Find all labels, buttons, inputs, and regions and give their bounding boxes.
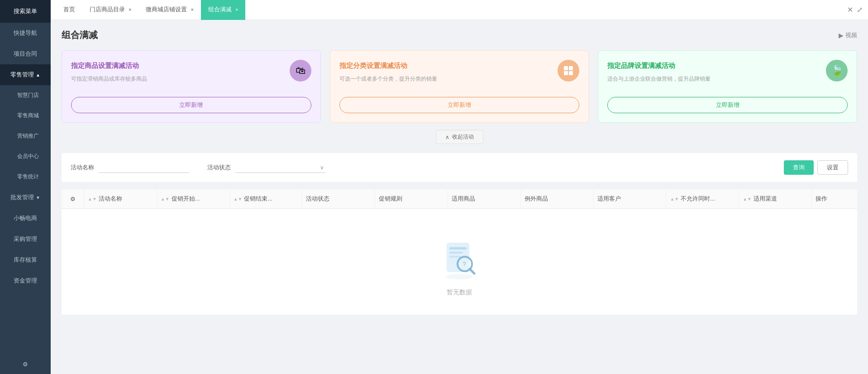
th-operation: 操作 xyxy=(812,189,857,208)
sidebar-item-member-center[interactable]: 会员中心 xyxy=(0,146,51,167)
th-operation-label: 操作 xyxy=(816,195,827,203)
activity-name-field: 活动名称 xyxy=(71,162,189,173)
card-goods-title: 指定商品设置满减活动 xyxy=(71,62,311,70)
card-brand-add-btn[interactable]: 立即新增 xyxy=(607,97,848,113)
sidebar-item-label: 采购管理 xyxy=(14,235,37,242)
sidebar-item-label: 资金管理 xyxy=(14,277,37,284)
tab-store-catalog-close[interactable]: × xyxy=(129,7,131,12)
chevron-up-icon: ∧ xyxy=(445,134,449,140)
chevron-down-icon: ▼ xyxy=(36,195,40,200)
th-exception-goods: 例外商品 xyxy=(521,189,594,208)
th-promo-rule-label: 促销规则 xyxy=(379,195,402,203)
svg-rect-7 xyxy=(449,252,463,254)
sidebar-item-label: 零售管理 xyxy=(10,71,34,79)
search-label: 搜索菜单 xyxy=(14,8,37,14)
card-goods-add-btn[interactable]: 立即新增 xyxy=(71,97,311,113)
card-goods-icon: 🛍 xyxy=(290,60,311,82)
sidebar: 搜索菜单 快捷导航 项目合同 零售管理 ▲ 智慧门店 零售商城 营销推广 会员中… xyxy=(0,0,51,374)
th-applicable-goods: 适用商品 xyxy=(448,189,521,208)
svg-text:?: ? xyxy=(463,260,466,268)
card-category-add-btn[interactable]: 立即新增 xyxy=(339,97,580,113)
card-category-title: 指定分类设置满减活动 xyxy=(339,62,580,70)
svg-rect-1 xyxy=(569,66,573,70)
sidebar-item-retail-management[interactable]: 零售管理 ▲ xyxy=(0,64,51,85)
th-activity-name-label: 活动名称 xyxy=(99,195,122,203)
th-activity-status: 活动状态 xyxy=(302,189,375,208)
sidebar-item-purchase-management[interactable]: 采购管理 xyxy=(0,229,51,249)
close-window-icon[interactable]: ✕ xyxy=(847,5,853,14)
table-header: ⚙ ▲▼ 活动名称 ▲▼ 促销开始... ▲▼ 促销结束... 活动状态 xyxy=(62,189,857,209)
sidebar-item-label: 快捷导航 xyxy=(14,29,37,36)
sidebar-search[interactable]: 搜索菜单 xyxy=(0,0,51,23)
tab-combo-discount-close[interactable]: × xyxy=(235,7,238,12)
tab-store-catalog[interactable]: 门店商品目录 × xyxy=(82,0,138,20)
query-button[interactable]: 查询 xyxy=(784,160,814,175)
settings-button[interactable]: 设置 xyxy=(817,160,848,175)
sidebar-item-project-contract[interactable]: 项目合同 xyxy=(0,43,51,64)
th-applicable-channel-label: 适用渠道 xyxy=(754,195,777,203)
th-applicable-customer: 适用客户 xyxy=(594,189,667,208)
activity-status-select-wrapper: 进行中 未开始 已结束 ∨ xyxy=(235,162,326,173)
tab-store-catalog-label: 门店商品目录 xyxy=(90,5,125,14)
th-applicable-goods-label: 适用商品 xyxy=(452,195,475,203)
collapse-label: 收起活动 xyxy=(452,133,474,141)
svg-point-4 xyxy=(446,274,473,279)
sidebar-item-wholesale-management[interactable]: 批发管理 ▼ xyxy=(0,187,51,208)
tab-wechat-store-settings[interactable]: 微商城店铺设置 × xyxy=(138,0,200,20)
leaf-icon: 🍃 xyxy=(831,65,843,77)
sidebar-item-label: 库存核算 xyxy=(14,256,37,263)
activity-status-label: 活动状态 xyxy=(207,163,231,172)
svg-rect-3 xyxy=(569,71,573,75)
th-settings[interactable]: ⚙ xyxy=(62,189,84,208)
sidebar-item-retail-mall[interactable]: 零售商城 xyxy=(0,105,51,126)
activity-status-select[interactable]: 进行中 未开始 已结束 xyxy=(235,162,326,173)
sidebar-item-inventory[interactable]: 库存核算 xyxy=(0,249,51,270)
th-promo-end[interactable]: ▲▼ 促销结束... xyxy=(230,189,303,208)
sort-icon: ▲▼ xyxy=(743,197,752,201)
tab-bar-actions: ✕ ⤢ xyxy=(847,5,863,14)
th-no-concurrent[interactable]: ▲▼ 不允许同时... xyxy=(666,189,739,208)
sidebar-item-marketing[interactable]: 营销推广 xyxy=(0,126,51,146)
th-no-concurrent-label: 不允许同时... xyxy=(681,195,715,203)
sidebar-item-label: 小畅电商 xyxy=(14,215,37,221)
sidebar-item-label: 项目合同 xyxy=(14,50,37,57)
sidebar-item-funds-management[interactable]: 资金管理 xyxy=(0,270,51,291)
card-category-desc: 可选一个或者多个分类，提升分类的销量 xyxy=(339,75,580,90)
resize-window-icon[interactable]: ⤢ xyxy=(857,5,863,14)
th-applicable-channel[interactable]: ▲▼ 适用渠道 xyxy=(739,189,812,208)
tab-home[interactable]: 首页 xyxy=(56,0,82,20)
svg-line-11 xyxy=(470,269,474,273)
th-activity-name[interactable]: ▲▼ 活动名称 xyxy=(84,189,157,208)
empty-text: 暂无数据 xyxy=(447,288,472,297)
sidebar-item-label: 会员中心 xyxy=(17,153,39,159)
card-brand-icon: 🍃 xyxy=(826,60,848,82)
card-brand-title: 指定品牌设置满减活动 xyxy=(607,62,848,70)
sidebar-item-retail-stats[interactable]: 零售统计 xyxy=(0,167,51,187)
page-header: 组合满减 ▶ 视频 xyxy=(62,29,857,41)
search-actions: 查询 设置 xyxy=(784,160,848,175)
sidebar-item-quick-nav[interactable]: 快捷导航 xyxy=(0,23,51,43)
sidebar-settings-btn[interactable]: ⚙ xyxy=(0,355,51,374)
tab-combo-discount[interactable]: 组合满减 × xyxy=(201,0,245,20)
grid-icon xyxy=(563,65,574,76)
tab-wechat-store-settings-label: 微商城店铺设置 xyxy=(146,5,187,14)
tab-combo-discount-label: 组合满减 xyxy=(208,5,232,14)
sort-icon: ▲▼ xyxy=(88,197,97,201)
collapse-bar: ∧ 收起活动 xyxy=(62,130,857,144)
th-exception-goods-label: 例外商品 xyxy=(525,195,548,203)
main-area: 首页 门店商品目录 × 微商城店铺设置 × 组合满减 × ✕ ⤢ 组合满减 ▶ … xyxy=(51,0,868,374)
page-title: 组合满减 xyxy=(62,29,98,41)
gear-icon: ⚙ xyxy=(23,361,28,368)
th-promo-start[interactable]: ▲▼ 促销开始... xyxy=(157,189,230,208)
collapse-activity-btn[interactable]: ∧ 收起活动 xyxy=(436,130,483,144)
th-promo-end-label: 促销结束... xyxy=(244,195,272,203)
video-link[interactable]: ▶ 视频 xyxy=(839,31,857,39)
activity-name-input[interactable] xyxy=(99,162,189,173)
tab-wechat-store-settings-close[interactable]: × xyxy=(191,7,193,12)
sidebar-item-xiaochangecommerce[interactable]: 小畅电商 xyxy=(0,208,51,229)
activity-name-label: 活动名称 xyxy=(71,163,94,172)
activity-card-goods: 🛍 指定商品设置满减活动 可指定滞销商品或库存较多商品 立即新增 xyxy=(62,50,321,123)
sidebar-item-smart-store[interactable]: 智慧门店 xyxy=(0,85,51,105)
sidebar-item-label: 零售商城 xyxy=(17,112,39,119)
shopping-bag-icon: 🛍 xyxy=(296,65,305,77)
